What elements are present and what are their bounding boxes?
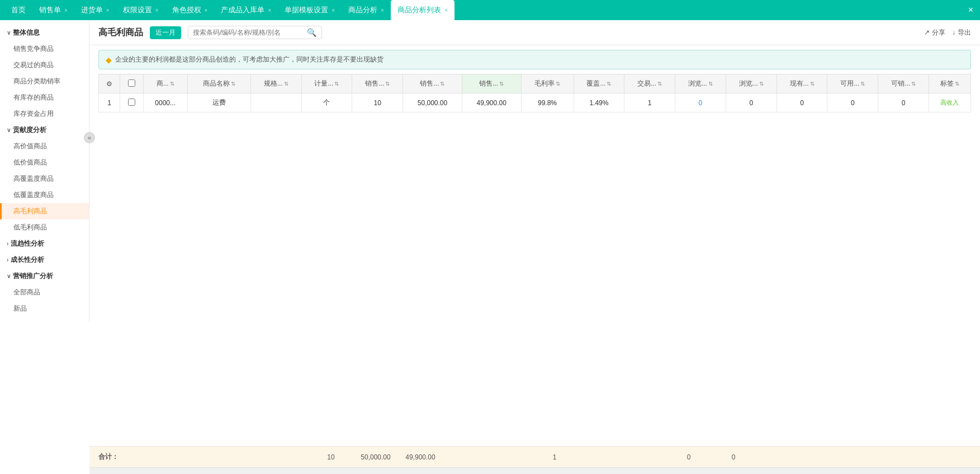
data-table: ⚙ 商...⇅ 商品名称⇅ 规格...⇅ 计量...⇅ 销售...⇅ 销售...… (98, 74, 971, 112)
close-sales-tab[interactable]: × (64, 7, 68, 13)
row-checkbox[interactable] (128, 98, 135, 106)
sidebar-item-new-products[interactable]: 新品 (0, 301, 89, 317)
sidebar-item-category-rate[interactable]: 商品分类助销率 (0, 73, 89, 90)
footer-spacer7 (577, 453, 622, 461)
col-sales-amount[interactable]: 销售...⇅ (403, 74, 462, 93)
close-analysis-list-tab[interactable]: × (444, 7, 448, 13)
share-icon: ↗ (924, 29, 930, 36)
sidebar-item-high-margin[interactable]: 高毛利商品 (0, 203, 89, 219)
cell-coverage: 1.49% (574, 93, 624, 112)
col-code[interactable]: 商...⇅ (143, 74, 187, 93)
arrow-marketing: ∨ (7, 273, 11, 279)
sort-icon-code: ⇅ (170, 81, 174, 87)
footer-bar: 合计： 10 50,000.00 49,900.00 1 0 0 (89, 446, 980, 467)
info-banner-text: 企业的主要的利润都是这部分商品创造的，可考虑加大推广，同时关注库存是不要出现缺货 (115, 55, 384, 64)
col-current-stock[interactable]: 现有...⇅ (777, 74, 827, 93)
col-sales-profit[interactable]: 销售...⇅ (462, 74, 521, 93)
select-all-checkbox[interactable] (128, 79, 135, 87)
col-view1[interactable]: 浏览...⇅ (675, 74, 726, 93)
sidebar-item-high-value[interactable]: 高价值商品 (0, 138, 89, 154)
sidebar-item-all-products[interactable]: 全部商品 (0, 284, 89, 301)
col-available-stock[interactable]: 可用...⇅ (827, 74, 878, 93)
sidebar-item-traded[interactable]: 交易过的商品 (0, 57, 89, 73)
sidebar-section-growth[interactable]: › 成长性分析 (0, 252, 89, 268)
col-name[interactable]: 商品名称⇅ (187, 74, 250, 93)
nav-item-sales[interactable]: 销售单 × (32, 0, 74, 20)
filter-recent-month-button[interactable]: 近一月 (150, 26, 181, 39)
cell-checkbox[interactable] (120, 93, 143, 112)
footer-label: 合计： (98, 452, 119, 462)
close-permissions-tab[interactable]: × (155, 7, 159, 13)
col-spec[interactable]: 规格...⇅ (250, 74, 301, 93)
sidebar-item-in-stock[interactable]: 有库存的商品 (0, 90, 89, 106)
search-input[interactable] (193, 29, 305, 36)
close-all-button[interactable]: × (968, 5, 973, 15)
col-checkbox[interactable] (120, 74, 143, 93)
sort-icon-current-stock: ⇅ (810, 81, 815, 87)
close-purchase-tab[interactable]: × (106, 7, 110, 13)
col-sellable-stock[interactable]: 可销...⇅ (878, 74, 929, 93)
export-label: 导出 (958, 28, 971, 37)
export-button[interactable]: ↓ 导出 (952, 28, 971, 37)
sort-icon-name: ⇅ (231, 81, 235, 87)
col-gross-margin[interactable]: 毛利率⇅ (521, 74, 574, 93)
close-roles-tab[interactable]: × (205, 7, 208, 13)
col-view2[interactable]: 浏览...⇅ (726, 74, 777, 93)
sidebar-wrapper: ∨ 整体信息 销售竞争商品 交易过的商品 商品分类助销率 有库存的商品 库存资金… (0, 20, 89, 474)
footer-cells: 10 50,000.00 49,900.00 1 0 0 (130, 453, 971, 461)
sort-icon-view1: ⇅ (708, 81, 713, 87)
sidebar-section-trend[interactable]: › 流趋性分析 (0, 236, 89, 252)
sidebar-section-overall[interactable]: ∨ 整体信息 (0, 25, 89, 41)
footer-spacer1 (130, 453, 174, 461)
cell-spec (250, 93, 301, 112)
nav-item-permissions[interactable]: 权限设置 × (116, 0, 165, 20)
close-template-tab[interactable]: × (332, 7, 335, 13)
sidebar-item-low-coverage[interactable]: 低覆盖度商品 (0, 187, 89, 203)
footer-spacer5 (443, 453, 487, 461)
sort-icon-spec: ⇅ (284, 81, 288, 87)
sidebar-section-trend-label: 流趋性分析 (11, 239, 44, 248)
cell-view1[interactable]: 0 (675, 93, 726, 112)
nav-item-purchase[interactable]: 进货单 × (74, 0, 116, 20)
sidebar-collapse-button[interactable]: « (84, 132, 95, 143)
tag-label: 高收入 (940, 99, 959, 106)
col-tag[interactable]: 标签⇅ (929, 74, 970, 93)
sidebar-item-low-margin[interactable]: 低毛利商品 (0, 219, 89, 236)
sort-icon-sales-amount: ⇅ (440, 81, 444, 87)
col-trade-count[interactable]: 交易...⇅ (624, 74, 675, 93)
nav-item-home[interactable]: 首页 (4, 0, 32, 20)
sort-icon-sellable-stock: ⇅ (911, 81, 916, 87)
cell-sellable-stock: 0 (878, 93, 929, 112)
close-inbound-tab[interactable]: × (268, 7, 271, 13)
cell-tag: 高收入 (929, 93, 970, 112)
footer-spacer2 (174, 453, 219, 461)
sidebar-item-high-coverage[interactable]: 高覆盖度商品 (0, 171, 89, 187)
sidebar-item-low-value[interactable]: 低价值商品 (0, 154, 89, 171)
share-button[interactable]: ↗ 分享 (924, 28, 945, 37)
nav-item-analysis[interactable]: 商品分析 × (342, 0, 391, 20)
col-coverage[interactable]: 覆盖...⇅ (574, 74, 624, 93)
sidebar-section-marketing[interactable]: ∨ 营销推广分析 (0, 268, 89, 284)
cell-view2: 0 (726, 93, 777, 112)
footer-spacer3 (219, 453, 264, 461)
search-box: 🔍 (188, 26, 322, 39)
horizontal-scrollbar[interactable] (89, 467, 980, 474)
col-unit[interactable]: 计量...⇅ (301, 74, 352, 93)
info-icon: ◆ (106, 55, 112, 64)
arrow-trend: › (7, 241, 8, 247)
nav-item-inbound[interactable]: 产成品入库单 × (214, 0, 278, 20)
sidebar-item-capital-occupation[interactable]: 库存资金占用 (0, 106, 89, 122)
arrow-overall: ∨ (7, 30, 11, 36)
cell-name: 运费 (187, 93, 250, 112)
sort-icon-available-stock: ⇅ (860, 81, 865, 87)
sidebar-section-contribution[interactable]: ∨ 贡献度分析 (0, 122, 89, 138)
col-settings[interactable]: ⚙ (99, 74, 120, 93)
sidebar: ∨ 整体信息 销售竞争商品 交易过的商品 商品分类助销率 有库存的商品 库存资金… (0, 20, 89, 321)
nav-item-analysis-list[interactable]: 商品分析列表 × (391, 0, 455, 20)
nav-item-roles[interactable]: 角色授权 × (165, 0, 215, 20)
nav-item-template[interactable]: 单据模板设置 × (278, 0, 342, 20)
col-sales-count[interactable]: 销售...⇅ (352, 74, 403, 93)
close-analysis-tab[interactable]: × (381, 7, 384, 13)
search-icon[interactable]: 🔍 (307, 28, 316, 37)
sidebar-item-sales-competition[interactable]: 销售竞争商品 (0, 41, 89, 57)
